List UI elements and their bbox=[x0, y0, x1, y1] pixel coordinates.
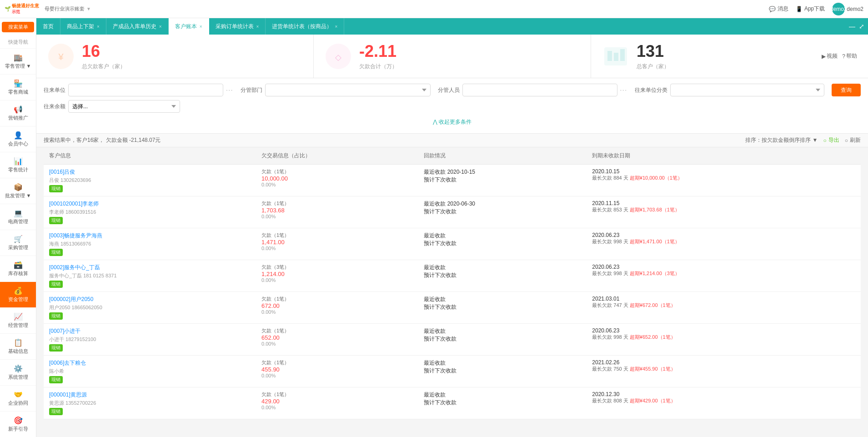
tab-expand-icon[interactable]: ⤢ bbox=[859, 23, 864, 30]
from-unit-input[interactable] bbox=[68, 84, 223, 96]
user-avatar-area[interactable]: demo2 demo2 bbox=[832, 3, 863, 15]
customer-name-7[interactable]: [000001]黄思源 bbox=[49, 391, 251, 399]
sidebar-item-sys-mgmt[interactable]: ⚙️ 系统管理 bbox=[0, 360, 36, 386]
debt-amount-7[interactable]: 429.00 bbox=[261, 398, 413, 405]
tab-close-icon[interactable]: × bbox=[159, 24, 162, 29]
table-body: [0016]吕俊 吕俊 13026203696 现销 欠款（1笔） 10,000… bbox=[44, 165, 861, 419]
sidebar-item-quick-nav[interactable]: 快捷导航 bbox=[0, 36, 36, 49]
table-row: [000002]用户2050 用户2050 18665062050 现销 欠款（… bbox=[44, 292, 861, 324]
customer-name-0[interactable]: [0016]吕俊 bbox=[49, 168, 251, 176]
tab-stock-stat-by-product[interactable]: 进货单统计表（按商品） × bbox=[266, 18, 344, 35]
overdue-link-7[interactable]: 超期¥429.00（1笔） bbox=[630, 398, 676, 403]
tab-stock-history[interactable]: 产成品入库单历史 × bbox=[106, 18, 169, 35]
search-btn[interactable]: 查询 bbox=[832, 84, 861, 96]
export-btn[interactable]: ○ 导出 bbox=[823, 136, 839, 144]
view-video-btn[interactable]: ▶ 视频 bbox=[822, 52, 838, 60]
refresh-btn[interactable]: ○ 刷新 bbox=[845, 136, 861, 144]
sidebar-item-label: 零售商城 bbox=[2, 89, 34, 95]
cell-collection-7: 最近收款 预计下次收款 bbox=[418, 387, 587, 419]
customer-name-1[interactable]: [0001020001]李老师 bbox=[49, 200, 251, 208]
tab-home[interactable]: 首页 bbox=[36, 18, 60, 35]
sidebar-search-area: 搜索菜单 bbox=[0, 18, 36, 36]
debt-amount-0[interactable]: 10,000.00 bbox=[261, 175, 413, 182]
next-collection-4: 预计下次收款 bbox=[424, 303, 581, 311]
tab-close-icon[interactable]: × bbox=[97, 24, 100, 29]
stat-value-debt-customers: 16 bbox=[82, 42, 125, 61]
sidebar-item-basic-info[interactable]: 📋 基础信息 bbox=[0, 334, 36, 360]
overdue-link-3[interactable]: 超期¥1,214.00（3笔） bbox=[630, 271, 680, 276]
debt-amount-5[interactable]: 652.00 bbox=[261, 334, 413, 341]
user-avatar: demo2 bbox=[832, 3, 845, 15]
sidebar-item-corp-collab[interactable]: 🤝 企业协同 bbox=[0, 386, 36, 412]
sidebar-item-purchase-mgmt[interactable]: 🛒 采购管理 bbox=[0, 230, 36, 256]
search-menu-btn[interactable]: 搜索菜单 bbox=[2, 22, 34, 32]
customer-name-5[interactable]: [0007]小进干 bbox=[49, 327, 251, 335]
unit-class-select[interactable] bbox=[670, 84, 824, 96]
cell-due-date-4: 2021.03.01 最长欠款 747 天 超期¥672.00（1笔） bbox=[587, 292, 861, 324]
sidebar-item-label: 零售统计 bbox=[2, 166, 34, 173]
sidebar-item-label: 资金管理 bbox=[2, 296, 34, 303]
dept-select[interactable] bbox=[265, 84, 430, 96]
overdue-link-5[interactable]: 超期¥652.00（1笔） bbox=[630, 334, 676, 340]
cell-debt-info-0: 欠款（1笔） 10,000.00 0.00% bbox=[256, 165, 418, 196]
sidebar-item-batch-mgmt[interactable]: 📦 批发管理 ▼ bbox=[0, 178, 36, 204]
marketing-icon: 📢 bbox=[2, 105, 34, 114]
sidebar-item-member[interactable]: 👤 会员中心 bbox=[0, 126, 36, 152]
dropdown-icon[interactable]: ▼ bbox=[86, 6, 91, 11]
table-container: 客户信息 欠交易信息（占比） 回款情况 到期未收款日期 [0016]吕俊 吕俊 … bbox=[36, 147, 868, 427]
tab-purchase-order-stat[interactable]: 采购订单统计表 × bbox=[209, 18, 266, 35]
customer-name-4[interactable]: [000002]用户2050 bbox=[49, 296, 251, 303]
customer-name-3[interactable]: [0002]服务中心_丁磊 bbox=[49, 264, 251, 271]
sidebar-item-capital-mgmt[interactable]: 💰 资金管理 bbox=[0, 282, 36, 308]
person-more-icon[interactable]: ··· bbox=[620, 87, 627, 93]
debt-amount-2[interactable]: 1,471.00 bbox=[261, 239, 413, 246]
sidebar-item-biz-mgmt[interactable]: 📈 经营管理 bbox=[0, 308, 36, 334]
overdue-days-2: 最长欠款 998 天 超期¥1,471.00（1笔） bbox=[592, 238, 855, 245]
overdue-link-4[interactable]: 超期¥672.00（1笔） bbox=[630, 302, 676, 308]
debt-amount-6[interactable]: 455.90 bbox=[261, 366, 413, 373]
tab-close-icon[interactable]: × bbox=[200, 24, 202, 29]
debt-amount-4[interactable]: 672.00 bbox=[261, 302, 413, 309]
debt-amount-1[interactable]: 1,703.68 bbox=[261, 207, 413, 214]
username-label: demo2 bbox=[847, 6, 863, 12]
overdue-link-1[interactable]: 超期¥1,703.68（1笔） bbox=[630, 207, 680, 212]
overdue-days-6: 最长欠款 750 天 超期¥455.90（1笔） bbox=[592, 366, 855, 372]
overdue-link-0[interactable]: 超期¥10,000.00（1笔） bbox=[630, 175, 682, 181]
overdue-link-2[interactable]: 超期¥1,471.00（1笔） bbox=[630, 239, 680, 244]
sidebar-item-marketing[interactable]: 📢 营销推广 bbox=[0, 100, 36, 126]
from-unit-more-icon[interactable]: ··· bbox=[226, 87, 233, 93]
help-btn[interactable]: ? 帮助 bbox=[842, 52, 857, 60]
tab-product-listing[interactable]: 商品上下架 × bbox=[60, 18, 106, 35]
tab-close-icon[interactable]: × bbox=[256, 24, 259, 29]
customer-name-2[interactable]: [0003]畅捷服务尹海燕 bbox=[49, 232, 251, 240]
sidebar-item-retail-stat[interactable]: 📊 零售统计 bbox=[0, 152, 36, 178]
balance-select[interactable]: 选择... bbox=[68, 100, 180, 113]
sidebar-item-guide[interactable]: 🎯 新手引导 bbox=[0, 412, 36, 437]
sort-dropdown-icon[interactable]: ▼ bbox=[813, 137, 818, 143]
customer-tag-0: 现销 bbox=[49, 185, 63, 192]
tab-close-icon[interactable]: × bbox=[335, 24, 337, 29]
cell-debt-info-3: 欠款（3笔） 1,214.00 0.00% bbox=[256, 260, 418, 292]
last-collection-2: 最近收款 bbox=[424, 232, 581, 240]
person-input[interactable] bbox=[462, 84, 617, 96]
sidebar-item-retail-mgmt[interactable]: 🏬 零售管理 ▼ bbox=[0, 49, 36, 75]
app-download-btn[interactable]: 📱 App下载 bbox=[796, 5, 825, 13]
debt-ratio-0: 0.00% bbox=[261, 182, 413, 187]
debt-amount-3[interactable]: 1,214.00 bbox=[261, 271, 413, 277]
overdue-link-6[interactable]: 超期¥455.90（1笔） bbox=[630, 366, 676, 372]
cell-customer-info-3: [0002]服务中心_丁磊 服务中心_丁磊 181 0125 8371 现销 bbox=[44, 260, 256, 292]
guide-icon: 🎯 bbox=[2, 416, 34, 425]
customer-name-6[interactable]: [0006]去下粮仓 bbox=[49, 359, 251, 367]
tab-minimize-icon[interactable]: — bbox=[849, 23, 855, 30]
sidebar-item-ecom-mgmt[interactable]: 💻 电商管理 bbox=[0, 204, 36, 230]
main-layout: 搜索菜单 快捷导航 🏬 零售管理 ▼ 🏪 零售商城 📢 营销推广 👤 会员中心 … bbox=[0, 18, 868, 437]
stat-card-debt-amount: ◇ -2.11 欠款合计（万） bbox=[314, 35, 591, 78]
customer-tag-6: 现销 bbox=[49, 376, 63, 383]
sidebar-item-inventory[interactable]: 🗃️ 库存核算 bbox=[0, 256, 36, 282]
filter-balance: 往来余额 选择... bbox=[44, 100, 180, 113]
collapse-filter-btn[interactable]: ⋀ 收起更多条件 bbox=[44, 116, 861, 128]
messages-btn[interactable]: 💬 消息 bbox=[769, 5, 788, 13]
tab-customer-account[interactable]: 客户账本 × bbox=[169, 18, 209, 35]
overdue-days-7: 最长欠款 808 天 超期¥429.00（1笔） bbox=[592, 397, 855, 404]
sidebar-item-retail-store[interactable]: 🏪 零售商城 bbox=[0, 75, 36, 100]
